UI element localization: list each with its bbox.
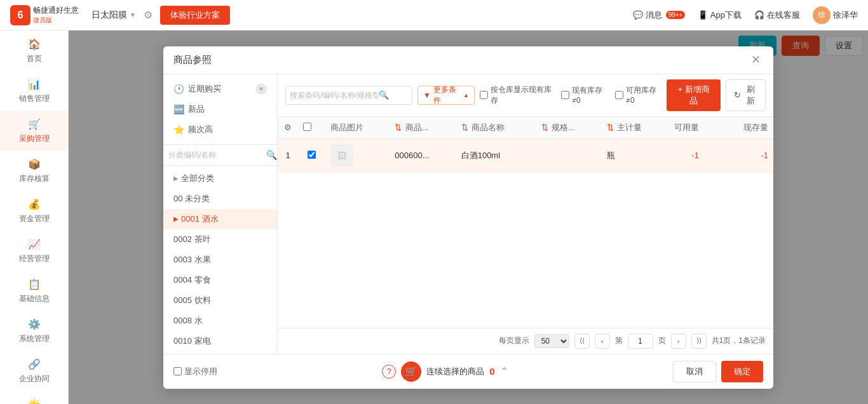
product-search-icon[interactable]: 🔍 (379, 90, 389, 100)
cancel-button[interactable]: 取消 (673, 361, 716, 382)
sidebar-item-finance[interactable]: 💰 资金管理 (0, 191, 68, 231)
add-product-button[interactable]: + 新增商品 (667, 79, 721, 111)
product-available: -1 (691, 151, 699, 160)
modal-close-button[interactable]: ✕ (749, 50, 763, 69)
quick-link-new[interactable]: 🆕 新品 (168, 100, 272, 119)
th-spec[interactable]: ⇅ 规格... (536, 117, 602, 139)
messages-button[interactable]: 💬 消息 99++ (633, 10, 685, 21)
category-all[interactable]: ▶ 全部分类 (163, 168, 277, 189)
app-icon: 📱 (698, 10, 708, 20)
show-disabled-input[interactable] (173, 367, 182, 375)
category-water[interactable]: 0008 水 (163, 311, 277, 331)
show-disabled-checkbox[interactable]: 显示停用 (173, 366, 217, 377)
product-search-input[interactable] (290, 91, 379, 100)
sidebar-item-inventory[interactable]: 📦 库存核算 (0, 151, 68, 191)
sidebar-item-operations[interactable]: 📈 经营管理 (0, 231, 68, 271)
pagination-bar: 每页显示 50 100 200 ⟨⟨ ‹ 第 页 › (278, 328, 773, 354)
td-available: -1 (669, 138, 721, 172)
sidebar-item-system[interactable]: ⚙️ 系统管理 (0, 311, 68, 351)
category-snack[interactable]: 0004 零食 (163, 270, 277, 290)
category-beverage[interactable]: 0005 饮料 (163, 290, 277, 311)
table-row[interactable]: 1 🖼 00 (278, 138, 773, 172)
next-page-button[interactable]: › (671, 333, 686, 349)
sidebar-item-label: 库存核算 (19, 173, 50, 184)
layout: 🏠 首页 📊 销售管理 🛒 采购管理 📦 库存核算 💰 资金管理 📈 经营管理 … (0, 30, 868, 404)
th-name-label: 商品名称 (471, 123, 505, 132)
confirm-button[interactable]: 确定 (721, 361, 763, 382)
page-unit: 页 (658, 335, 666, 346)
finance-icon: 💰 (27, 197, 41, 211)
quick-link-frequent[interactable]: ⭐ 频次高 (168, 120, 272, 139)
category-search: 🔍 (163, 145, 277, 166)
category-search-input[interactable] (168, 151, 264, 159)
sidebar-item-sales[interactable]: 📊 销售管理 (0, 71, 68, 111)
filter-arrow: ▲ (463, 92, 469, 98)
app-download-button[interactable]: 📱 App下载 (698, 10, 742, 21)
sidebar-item-guide[interactable]: 🌟 新手引导 (0, 391, 68, 404)
th-image-label: 商品图片 (330, 123, 363, 132)
sidebar-item-label: 经营管理 (19, 253, 50, 264)
th-name[interactable]: ⇅ 商品名称 (456, 117, 536, 139)
category-tea[interactable]: 0002 茶叶 (163, 229, 277, 250)
sidebar-item-label: 基础信息 (19, 293, 50, 304)
th-unit-label: 主计量 (617, 123, 642, 132)
last-page-button[interactable]: ⟩⟩ (691, 333, 707, 349)
basic-info-icon: 📋 (27, 277, 41, 291)
trial-button[interactable]: 体验行业方案 (160, 6, 230, 25)
sidebar-item-home[interactable]: 🏠 首页 (0, 30, 68, 71)
username: 徐泽华 (833, 10, 858, 21)
collapse-left-button[interactable]: « (255, 83, 267, 95)
help-button[interactable]: ? (382, 365, 396, 379)
sidebar-item-purchase[interactable]: 🛒 采购管理 (0, 111, 68, 151)
cart-button[interactable]: 🛒 (401, 361, 421, 382)
checkbox-current-stock-input[interactable] (561, 91, 569, 99)
footer-center: ? 🛒 连续选择的商品 0 ⌃ (217, 361, 673, 382)
sidebar-item-label: 企业协同 (19, 374, 50, 384)
category-liquor[interactable]: ▶ 0001 酒水 (163, 209, 277, 229)
message-badge: 99++ (666, 11, 685, 19)
quick-link-recent[interactable]: 🕐 近期购买 « (168, 79, 272, 98)
checkbox-current-stock[interactable]: 现有库存≠0 (561, 85, 607, 105)
td-checkbox[interactable] (298, 138, 325, 172)
sidebar-item-label: 系统管理 (19, 333, 50, 344)
store-selector[interactable]: 日太阳膜 ▼ (92, 10, 136, 21)
category-search-icon[interactable]: 🔍 (266, 150, 277, 160)
column-settings-icon[interactable]: ⚙ (284, 123, 292, 132)
navbar-right: 💬 消息 99++ 📱 App下载 🎧 在线客服 徐 徐泽华 (633, 6, 858, 24)
message-label: 消息 (646, 10, 662, 21)
category-list: ▶ 全部分类 00 未分类 ▶ 0001 酒水 0002 茶 (163, 166, 277, 354)
td-stock: -1 (721, 138, 773, 172)
sidebar-item-enterprise[interactable]: 🔗 企业协同 (0, 351, 68, 391)
user-profile[interactable]: 徐 徐泽华 (813, 6, 858, 24)
th-code[interactable]: ⇅ 商品... (390, 117, 456, 139)
refresh-button[interactable]: ↻ 刷新 (726, 79, 766, 111)
collapse-up-button[interactable]: ⌃ (500, 365, 508, 377)
checkbox-warehouse[interactable]: 按仓库显示现有库存 (480, 84, 553, 106)
select-all-checkbox[interactable] (303, 123, 311, 131)
service-button[interactable]: 🎧 在线客服 (754, 10, 800, 21)
category-appliance[interactable]: 0010 家电 (163, 331, 277, 351)
enterprise-icon: 🔗 (27, 357, 41, 371)
per-page-select[interactable]: 50 100 200 (534, 334, 569, 348)
filter-button[interactable]: ▼ 更多条件 ▲ (417, 86, 475, 105)
category-label: 00 未分类 (173, 193, 210, 205)
prev-page-button[interactable]: ‹ (595, 333, 610, 349)
category-label: 0004 零食 (173, 274, 211, 286)
th-unit[interactable]: ⇅ 主计量 (602, 117, 670, 139)
category-uncategorized[interactable]: 00 未分类 (163, 189, 277, 209)
logo-icon: 6 (10, 5, 31, 25)
product-table: ⚙ 商品图片 ⇅ 商品... (278, 117, 773, 173)
page-number-input[interactable] (628, 333, 653, 349)
refresh-label: 刷新 (743, 84, 757, 107)
settings-icon[interactable]: ⚙ (144, 9, 153, 21)
table-header: ⚙ 商品图片 ⇅ 商品... (278, 117, 773, 139)
checkbox-available-stock[interactable]: 可用库存≠0 (615, 85, 661, 105)
category-fruit[interactable]: 0003 水果 (163, 250, 277, 270)
row-checkbox[interactable] (308, 151, 316, 159)
sort-icon: ⇅ (541, 123, 548, 132)
checkbox-warehouse-input[interactable] (480, 91, 488, 99)
checkbox-available-stock-input[interactable] (615, 91, 623, 99)
first-page-button[interactable]: ⟨⟨ (574, 333, 590, 349)
sidebar-item-basic-info[interactable]: 📋 基础信息 (0, 271, 68, 311)
th-settings: ⚙ (278, 117, 298, 139)
